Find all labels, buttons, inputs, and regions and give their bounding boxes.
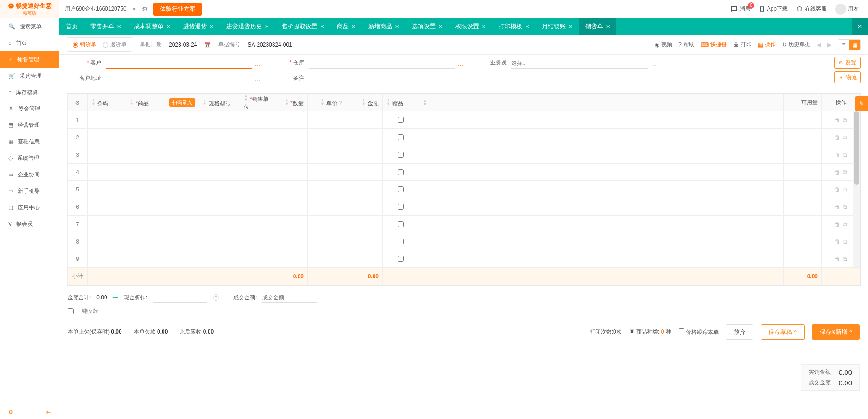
table-row[interactable]: 8🗑⧉ xyxy=(68,233,860,250)
gift-checkbox[interactable] xyxy=(398,186,404,192)
table-row[interactable]: 9🗑⧉ xyxy=(68,250,860,268)
discount-input[interactable] xyxy=(153,292,207,303)
print-link[interactable]: 🖶 打印 xyxy=(733,41,752,48)
feedback-tab-icon[interactable]: ✎ xyxy=(855,96,868,111)
sidebar-item-7[interactable]: ▦基础信息 xyxy=(0,133,59,150)
sidebar-item-4[interactable]: ⌂库存核算 xyxy=(0,84,59,101)
prev-doc-icon[interactable]: ◀ xyxy=(817,42,821,48)
close-all-tabs[interactable]: ✕ xyxy=(852,18,868,35)
tab-2[interactable]: 成本调整单✕ xyxy=(127,18,177,35)
delete-row-icon[interactable]: 🗑 xyxy=(835,117,840,123)
copy-row-icon[interactable]: ⧉ xyxy=(843,186,847,193)
tab-11[interactable]: 月结锁账✕ xyxy=(536,18,579,35)
table-row[interactable]: 4🗑⧉ xyxy=(68,164,860,181)
close-icon[interactable]: ✕ xyxy=(568,24,573,30)
logistics-button[interactable]: ＋ 物流 xyxy=(834,71,861,83)
remark-input[interactable] xyxy=(309,73,455,84)
table-row[interactable]: 3🗑⧉ xyxy=(68,146,860,164)
close-icon[interactable]: ✕ xyxy=(320,24,324,30)
gift-checkbox[interactable] xyxy=(398,134,404,140)
video-link[interactable]: ◉ 视频 xyxy=(655,41,672,48)
tab-9[interactable]: 权限设置✕ xyxy=(449,18,492,35)
copy-row-icon[interactable]: ⧉ xyxy=(843,239,847,245)
sidebar-item-3[interactable]: 🛒采购管理 xyxy=(0,68,59,84)
gift-checkbox[interactable] xyxy=(398,152,404,158)
sidebar-item-6[interactable]: ▤经营管理 xyxy=(0,117,59,133)
delete-row-icon[interactable]: 🗑 xyxy=(835,256,840,262)
sidebar-item-2[interactable]: ✧销售管理 xyxy=(0,51,59,68)
delete-row-icon[interactable]: 🗑 xyxy=(835,186,840,193)
next-doc-icon[interactable]: ▶ xyxy=(827,42,831,48)
help-link[interactable]: ? 帮助 xyxy=(679,41,694,48)
history-link[interactable]: ↻ 历史单据 xyxy=(782,41,810,48)
one-click-receipt-checkbox[interactable] xyxy=(68,308,74,314)
warehouse-picker-icon[interactable]: ⋯ xyxy=(458,62,464,69)
tab-10[interactable]: 打印模板✕ xyxy=(492,18,536,35)
save-new-button[interactable]: 保存&新增 ^ xyxy=(812,324,860,340)
address-picker-icon[interactable]: ⋯ xyxy=(255,78,261,84)
sidebar-item-9[interactable]: ▭企业协同 xyxy=(0,166,59,183)
settings-icon[interactable]: ⚙ xyxy=(142,5,148,13)
sidebar-item-1[interactable]: ⌂首页 xyxy=(0,35,59,51)
app-download-button[interactable]: App下载 xyxy=(759,5,788,13)
price-track-checkbox[interactable] xyxy=(679,328,684,334)
ops-link[interactable]: ▦ 操作 xyxy=(758,41,776,48)
grid-scrollbar[interactable] xyxy=(853,111,860,267)
sidebar-item-12[interactable]: V畅会员 xyxy=(0,216,59,232)
close-icon[interactable]: ✕ xyxy=(482,24,486,30)
price-track[interactable]: 价格跟踪本单 xyxy=(679,328,719,336)
sidebar-item-11[interactable]: ▢应用中心 xyxy=(0,199,59,216)
view-list-icon[interactable]: ≡ xyxy=(838,40,849,50)
gift-checkbox[interactable] xyxy=(398,204,404,210)
delete-row-icon[interactable]: 🗑 xyxy=(835,221,840,228)
radio-sale[interactable]: 销货单 xyxy=(73,41,96,48)
sidebar-item-5[interactable]: ￥资金管理 xyxy=(0,101,59,117)
sidebar-collapse-icon[interactable]: ⇤ xyxy=(46,409,51,415)
user-menu[interactable]: 用友 xyxy=(835,4,859,15)
messages-button[interactable]: 消息 6 xyxy=(731,5,751,13)
col-qty[interactable]: ▲▼*数量 xyxy=(274,94,308,111)
calendar-icon[interactable]: 📅 xyxy=(204,42,211,48)
sidebar-settings-icon[interactable]: ⚙ xyxy=(8,409,13,415)
delete-row-icon[interactable]: 🗑 xyxy=(835,239,840,245)
discard-button[interactable]: 放弃 xyxy=(726,324,753,340)
address-input[interactable] xyxy=(106,73,252,84)
tab-5[interactable]: 售价提取设置✕ xyxy=(275,18,331,35)
table-row[interactable]: 7🗑⧉ xyxy=(68,216,860,233)
col-unit[interactable]: ▲▼*销售单位 xyxy=(240,94,274,111)
salesman-picker-icon[interactable]: ⋯ xyxy=(651,62,658,69)
close-icon[interactable]: ✕ xyxy=(525,24,529,30)
tab-3[interactable]: 进货退货✕ xyxy=(177,18,220,35)
gift-checkbox[interactable] xyxy=(398,169,404,175)
delete-row-icon[interactable]: 🗑 xyxy=(835,204,840,210)
deal-input[interactable] xyxy=(262,292,317,303)
col-gift[interactable]: ▲▼赠品 xyxy=(383,94,419,111)
copy-row-icon[interactable]: ⧉ xyxy=(843,117,847,123)
table-row[interactable]: 2🗑⧉ xyxy=(68,129,860,146)
tab-4[interactable]: 进货退货历史✕ xyxy=(220,18,275,35)
col-product[interactable]: ▲▼*商品扫码录入 xyxy=(126,94,199,111)
col-barcode[interactable]: ▲▼条码 xyxy=(88,94,126,111)
col-amount[interactable]: ▲▼金额 xyxy=(346,94,383,111)
radio-return[interactable]: 退货单 xyxy=(103,41,126,48)
sidebar-item-0[interactable]: 🔍搜索菜单 xyxy=(0,18,59,35)
view-grid-icon[interactable]: ▦ xyxy=(849,40,860,50)
copy-row-icon[interactable]: ⧉ xyxy=(843,256,847,262)
copy-row-icon[interactable]: ⧉ xyxy=(843,221,847,228)
sidebar-item-8[interactable]: ◌系统管理 xyxy=(0,150,59,166)
tab-7[interactable]: 新增商品✕ xyxy=(362,18,405,35)
gift-checkbox[interactable] xyxy=(398,239,404,244)
col-config[interactable]: ⚙ xyxy=(68,94,88,111)
tenant-selector[interactable]: 用户690企业1660120750 ▼ xyxy=(65,5,142,13)
brand-logo[interactable]: 畅捷通好生意 精英版 xyxy=(0,0,59,18)
delete-row-icon[interactable]: 🗑 xyxy=(835,152,840,158)
table-row[interactable]: 6🗑⧉ xyxy=(68,198,860,216)
close-icon[interactable]: ✕ xyxy=(265,24,269,30)
warehouse-input[interactable] xyxy=(309,58,455,69)
scan-entry-button[interactable]: 扫码录入 xyxy=(169,98,195,107)
tab-8[interactable]: 选项设置✕ xyxy=(405,18,449,35)
settings-button[interactable]: ⚙ 设置 xyxy=(834,57,861,69)
promo-button[interactable]: 体验行业方案 xyxy=(153,3,202,16)
gift-checkbox[interactable] xyxy=(398,117,404,123)
copy-row-icon[interactable]: ⧉ xyxy=(843,134,847,141)
